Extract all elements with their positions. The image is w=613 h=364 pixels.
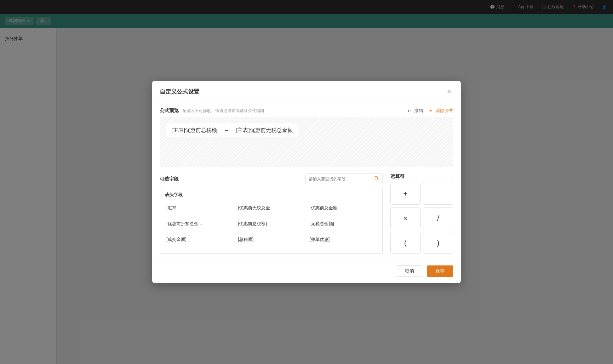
fields-group-label: 表头字段 — [165, 192, 377, 198]
save-button[interactable]: 保存 — [427, 265, 453, 277]
formula-part1: [主表]优惠前总税额 — [171, 127, 217, 134]
fields-label: 可选字段 — [160, 176, 179, 182]
svg-line-1 — [377, 179, 379, 180]
field-item[interactable]: [优惠前总金额] — [308, 203, 377, 213]
fields-list: 表头字段 [汇率][优惠前无税总金...[优惠前总金额][优惠前折扣总金...[… — [160, 188, 383, 254]
field-item[interactable]: [总税额] — [237, 234, 306, 245]
undo-button[interactable]: ↩ 撤销 — [407, 108, 423, 114]
operator-minus-button[interactable]: － — [423, 183, 453, 205]
operator-plus-button[interactable]: + — [390, 183, 421, 205]
operator-open-paren-button[interactable]: ( — [390, 232, 421, 254]
formula-actions: ↩ 撤销 ✦ 清除公式 — [407, 108, 453, 114]
formula-section: 公式预览 预览区不可修改，请通过撤销或清除公式编辑 ↩ 撤销 ✦ 清除公式 — [160, 108, 453, 167]
fields-grid: [汇率][优惠前无税总金...[优惠前总金额][优惠前折扣总金...[优惠前总税… — [165, 203, 377, 245]
formula-operator: － — [223, 126, 230, 134]
search-box[interactable] — [305, 173, 383, 184]
formula-part2: [主表]优惠前无税总金额 — [236, 127, 292, 134]
field-item[interactable]: [汇率] — [165, 203, 234, 213]
modal-overlay: 自定义公式设置 ✕ 公式预览 预览区不可修改，请通过撤销或清除公式编辑 ↩ 撤销 — [0, 0, 613, 364]
clear-icon: ✦ — [428, 108, 434, 114]
operators-grid: +－×/() — [390, 183, 453, 254]
field-item[interactable]: [优惠前无税总金... — [237, 203, 306, 213]
operators-label: 运算符 — [390, 173, 453, 179]
clear-formula-button[interactable]: ✦ 清除公式 — [428, 108, 453, 114]
dialog-header: 自定义公式设置 ✕ — [152, 81, 461, 101]
field-item[interactable]: [优惠前折扣总金... — [165, 219, 234, 229]
operator-divide-button[interactable]: / — [423, 207, 453, 229]
formula-header: 公式预览 预览区不可修改，请通过撤销或清除公式编辑 ↩ 撤销 ✦ 清除公式 — [160, 108, 453, 114]
fields-header: 可选字段 — [160, 173, 383, 184]
formula-label-group: 公式预览 预览区不可修改，请通过撤销或清除公式编辑 — [160, 108, 264, 114]
field-item[interactable]: [优惠前总税额] — [237, 219, 306, 229]
search-icon — [374, 176, 379, 182]
custom-formula-dialog: 自定义公式设置 ✕ 公式预览 预览区不可修改，请通过撤销或清除公式编辑 ↩ 撤销 — [152, 81, 461, 283]
field-item[interactable]: [无税总金额] — [308, 219, 377, 229]
search-input[interactable] — [309, 177, 372, 181]
cancel-button[interactable]: 取消 — [396, 265, 423, 277]
operator-close-paren-button[interactable]: ) — [423, 232, 453, 254]
field-item[interactable]: [成交金额] — [165, 234, 234, 245]
operator-multiply-button[interactable]: × — [390, 207, 421, 229]
operators-section: 运算符 +－×/() — [390, 173, 453, 254]
dialog-body: 公式预览 预览区不可修改，请通过撤销或清除公式编辑 ↩ 撤销 ✦ 清除公式 — [152, 101, 461, 260]
bottom-section: 可选字段 表头字段 — [160, 173, 453, 254]
field-item[interactable]: [整单优惠] — [308, 234, 377, 245]
dialog-close-button[interactable]: ✕ — [444, 87, 453, 96]
undo-icon: ↩ — [407, 108, 412, 114]
dialog-footer: 取消 保存 — [152, 260, 461, 283]
formula-hint-text: 预览区不可修改，请通过撤销或清除公式编辑 — [182, 108, 264, 114]
formula-content: [主表]优惠前总税额 － [主表]优惠前无税总金额 — [166, 123, 298, 137]
formula-preview-box: [主表]优惠前总税额 － [主表]优惠前无税总金额 — [160, 117, 453, 167]
dialog-title: 自定义公式设置 — [160, 88, 199, 95]
formula-preview-label: 公式预览 — [160, 108, 179, 114]
fields-section: 可选字段 表头字段 — [160, 173, 383, 254]
